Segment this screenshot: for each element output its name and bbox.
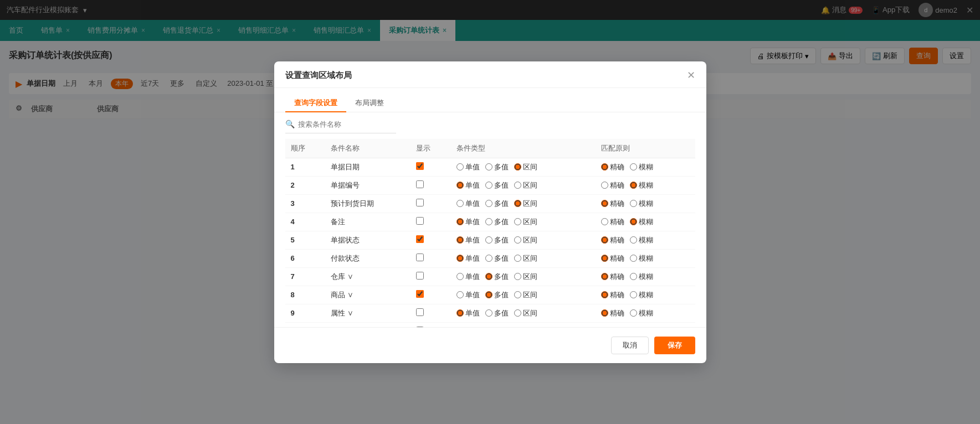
match-radio-item[interactable]: 精确 (601, 235, 624, 245)
condition-display-cell (411, 213, 450, 231)
display-checkbox[interactable] (416, 199, 424, 206)
match-radio-item[interactable]: 模糊 (630, 290, 653, 300)
modal-overlay: 设置查询区域布局 ✕ 查询字段设置 布局调整 🔍 (0, 0, 980, 424)
type-radio-item[interactable]: 多值 (485, 217, 509, 227)
match-radio-item[interactable]: 精确 (601, 254, 624, 263)
match-radio-item[interactable]: 精确 (601, 180, 624, 190)
condition-display-cell (411, 322, 450, 327)
type-radio-item[interactable]: 多值 (485, 162, 509, 172)
match-radio-item[interactable]: 精确 (601, 308, 624, 318)
th-name: 条件名称 (325, 139, 411, 158)
dialog-tabs: 查询字段设置 布局调整 (274, 88, 706, 112)
condition-display-cell (411, 158, 450, 176)
condition-order: 5 (285, 231, 325, 249)
condition-display-cell (411, 231, 450, 249)
type-radio-item[interactable]: 单值 (456, 272, 480, 282)
th-display: 显示 (411, 139, 450, 158)
type-radio-item[interactable]: 单值 (456, 180, 480, 190)
type-radio-item[interactable]: 单值 (456, 308, 480, 318)
conditions-scroll-area[interactable]: 顺序 条件名称 显示 条件类型 匹配原则 1单据日期单值多值区间精确模糊2单据编… (285, 139, 695, 327)
th-type: 条件类型 (451, 139, 596, 158)
tab-query-fields-label: 查询字段设置 (294, 99, 337, 107)
condition-search-input[interactable] (295, 119, 396, 130)
type-radio-item[interactable]: 单值 (456, 217, 480, 227)
condition-row: 5单据状态单值多值区间精确模糊 (285, 231, 695, 249)
condition-display-cell (411, 176, 450, 194)
display-checkbox[interactable] (416, 235, 424, 243)
type-radio-item[interactable]: 多值 (485, 199, 509, 209)
condition-order: 7 (285, 267, 325, 286)
match-radio-item[interactable]: 模糊 (630, 235, 653, 245)
type-radio-item[interactable]: 多值 (485, 308, 509, 318)
match-radio-item[interactable]: 模糊 (630, 308, 653, 318)
condition-row: 6付款状态单值多值区间精确模糊 (285, 249, 695, 267)
match-radio-item[interactable]: 模糊 (630, 162, 653, 172)
type-radio-item[interactable]: 区间 (514, 199, 537, 209)
match-radio-item[interactable]: 模糊 (630, 199, 653, 209)
condition-row: 4备注单值多值区间精确模糊 (285, 213, 695, 231)
search-icon: 🔍 (285, 120, 295, 128)
type-radio-item[interactable]: 区间 (514, 272, 537, 282)
display-checkbox[interactable] (416, 290, 424, 298)
type-radio-item[interactable]: 多值 (485, 290, 509, 300)
match-radio-item[interactable]: 精确 (601, 162, 624, 172)
type-radio-item[interactable]: 区间 (514, 290, 537, 300)
type-radio-item[interactable]: 单值 (456, 290, 480, 300)
dialog-body: 🔍 顺序 条件名称 显示 条件类型 匹配原则 (274, 112, 706, 327)
settings-dialog: 设置查询区域布局 ✕ 查询字段设置 布局调整 🔍 (274, 61, 706, 363)
type-radio-item[interactable]: 单值 (456, 254, 480, 263)
condition-type-cell: 单值多值区间 (451, 304, 596, 322)
condition-type-cell: 单值多值区间 (451, 286, 596, 304)
dialog-close-btn[interactable]: ✕ (687, 70, 695, 80)
type-radio-item[interactable]: 多值 (485, 180, 509, 190)
match-radio-item[interactable]: 精确 (601, 199, 624, 209)
type-radio-item[interactable]: 单值 (456, 235, 480, 245)
match-radio-item[interactable]: 精确 (601, 290, 624, 300)
display-checkbox[interactable] (416, 180, 424, 188)
condition-match-cell: 精确模糊 (596, 286, 695, 304)
condition-name: 属性 ∨ (325, 304, 411, 322)
condition-type-cell: 单值多值区间 (451, 213, 596, 231)
type-radio-item[interactable]: 区间 (514, 254, 537, 263)
type-radio-item[interactable]: 单值 (456, 162, 480, 172)
condition-row: 8商品 ∨单值多值区间精确模糊 (285, 286, 695, 304)
condition-order: 1 (285, 158, 325, 176)
condition-display-cell (411, 267, 450, 286)
type-radio-item[interactable]: 多值 (485, 235, 509, 245)
conditions-table: 顺序 条件名称 显示 条件类型 匹配原则 1单据日期单值多值区间精确模糊2单据编… (285, 139, 695, 327)
display-checkbox[interactable] (416, 217, 424, 225)
type-radio-item[interactable]: 单值 (456, 199, 480, 209)
type-radio-item[interactable]: 区间 (514, 235, 537, 245)
type-radio-item[interactable]: 区间 (514, 308, 537, 318)
type-radio-item[interactable]: 区间 (514, 180, 537, 190)
condition-row: 9属性 ∨单值多值区间精确模糊 (285, 304, 695, 322)
tab-layout-adjust-label: 布局调整 (355, 99, 384, 107)
condition-type-cell: 单值多值区间 (451, 267, 596, 286)
display-checkbox[interactable] (416, 254, 424, 261)
display-checkbox[interactable] (416, 162, 424, 170)
condition-match-cell: 精确模糊 (596, 213, 695, 231)
tab-layout-adjust[interactable]: 布局调整 (346, 95, 393, 112)
match-radio-item[interactable]: 模糊 (630, 272, 653, 282)
type-radio-item[interactable]: 多值 (485, 272, 509, 282)
condition-name: 单据日期 (325, 158, 411, 176)
save-btn[interactable]: 保存 (654, 337, 695, 354)
condition-name: 商品 ∨ (325, 286, 411, 304)
condition-match-cell: 精确模糊 (596, 304, 695, 322)
match-radio-item[interactable]: 模糊 (630, 254, 653, 263)
dialog-title: 设置查询区域布局 (285, 70, 352, 81)
match-radio-item[interactable]: 模糊 (630, 217, 653, 227)
cancel-btn[interactable]: 取消 (611, 337, 649, 354)
condition-name: 备注 (325, 213, 411, 231)
display-checkbox[interactable] (416, 272, 424, 280)
type-radio-item[interactable]: 区间 (514, 162, 537, 172)
match-radio-item[interactable]: 精确 (601, 272, 624, 282)
condition-match-cell: 精确模糊 (596, 194, 695, 213)
match-radio-item[interactable]: 精确 (601, 217, 624, 227)
tab-query-fields[interactable]: 查询字段设置 (285, 95, 346, 112)
display-checkbox[interactable] (416, 308, 424, 316)
type-radio-item[interactable]: 区间 (514, 217, 537, 227)
th-match: 匹配原则 (596, 139, 695, 158)
type-radio-item[interactable]: 多值 (485, 254, 509, 263)
match-radio-item[interactable]: 模糊 (630, 180, 653, 190)
